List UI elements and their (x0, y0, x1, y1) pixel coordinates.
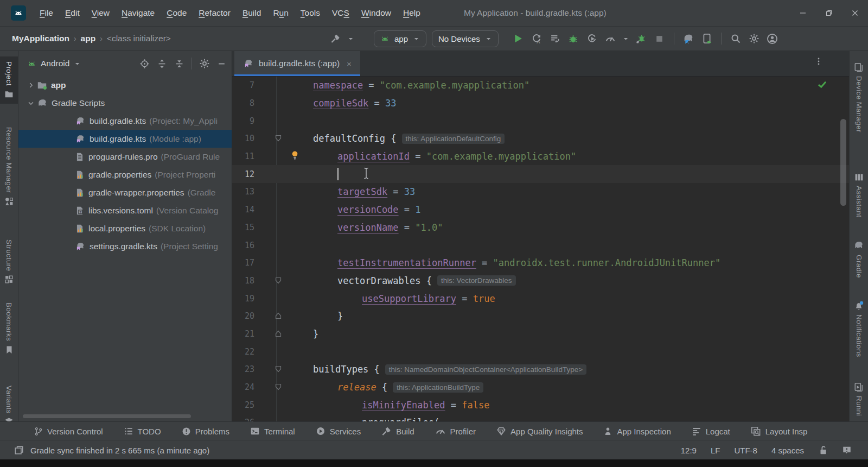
menu-navigate[interactable]: Navigate (116, 8, 161, 18)
toolwindow-button-app-inspection[interactable]: App Inspection (603, 427, 671, 436)
code-line-16[interactable]: 16 (232, 236, 849, 254)
profiler-button[interactable] (604, 32, 617, 45)
code-line-13[interactable]: 13targetSdk = 33 (232, 183, 849, 201)
run-configuration-select[interactable]: app (374, 30, 426, 47)
stop-button[interactable] (653, 32, 666, 45)
tree-item-build-gradle-kts[interactable]: build.gradle.kts(Module :app) (18, 130, 232, 148)
chevron-down-icon[interactable] (25, 99, 37, 107)
attach-debugger-button[interactable] (635, 32, 648, 45)
menu-file[interactable]: File (34, 8, 59, 18)
restore-button[interactable] (816, 0, 842, 26)
file-encoding[interactable]: UTF-8 (734, 446, 757, 455)
toolwindow-button-services[interactable]: Services (316, 426, 361, 436)
code-line-17[interactable]: 17testInstrumentationRunner = "androidx.… (232, 254, 849, 272)
tree-item-build-gradle-kts[interactable]: build.gradle.kts(Project: My_Appli (18, 112, 232, 130)
tree-item-settings-gradle-kts[interactable]: settings.gradle.kts(Project Setting (18, 237, 232, 255)
toolwindow-button-terminal[interactable]: Terminal (250, 426, 295, 436)
code-line-7[interactable]: 7namespace = "com.example.myapplication" (232, 77, 849, 94)
indent-setting[interactable]: 4 spaces (771, 446, 804, 455)
code-area[interactable]: 7namespace = "com.example.myapplication"… (232, 77, 849, 421)
code-line-24[interactable]: 24release {this: ApplicationBuildType (232, 378, 849, 396)
code-line-20[interactable]: 20} (232, 307, 849, 325)
menu-refactor[interactable]: Refactor (193, 8, 237, 18)
fold-marker[interactable] (275, 329, 282, 339)
device-select[interactable]: No Devices (432, 30, 499, 47)
lock-open-icon[interactable] (818, 445, 828, 455)
editor-tab[interactable]: build.gradle.kts (:app) × (234, 51, 360, 76)
fold-marker[interactable] (275, 275, 282, 286)
toolwindow-button-profiler[interactable]: Profiler (435, 426, 476, 437)
code-line-15[interactable]: 15versionName = "1.0" (232, 219, 849, 237)
close-tab-icon[interactable]: × (347, 59, 352, 68)
search-everywhere-button[interactable] (729, 32, 742, 45)
code-line-21[interactable]: 21} (232, 325, 849, 343)
tree-item-gradle-properties[interactable]: gradle.properties(Project Properti (18, 166, 232, 184)
panel-settings-button[interactable] (199, 58, 210, 69)
breadcrumb-item[interactable]: MyApplication (12, 34, 69, 43)
tool-stripe-assistant[interactable]: Assistant (850, 168, 868, 222)
code-line-18[interactable]: 18vectorDrawables {this: VectorDrawables (232, 272, 849, 290)
chevron-down-icon[interactable] (347, 35, 354, 42)
tool-stripe-bookmarks[interactable]: Bookmarks (0, 298, 18, 358)
close-button[interactable] (842, 0, 868, 26)
caret-position[interactable]: 12:9 (681, 446, 697, 455)
menu-help[interactable]: Help (397, 8, 426, 18)
tool-stripe-resource-manager[interactable]: Resource Manager (0, 122, 18, 211)
code-line-8[interactable]: 8compileSdk = 33 (232, 94, 849, 112)
line-ending[interactable]: LF (711, 446, 720, 455)
menu-window[interactable]: Window (355, 8, 397, 18)
tree-item-gradle-scripts[interactable]: Gradle Scripts (18, 94, 232, 112)
toolwindow-button-problems[interactable]: Problems (182, 427, 229, 436)
code-line-25[interactable]: 25isMinifyEnabled = false (232, 396, 849, 414)
breadcrumb-item[interactable]: <class initializer> (107, 34, 171, 43)
tree-item-proguard-rules-pro[interactable]: proguard-rules.pro(ProGuard Rule (18, 148, 232, 166)
tree-item-app[interactable]: app (18, 76, 232, 94)
chevron-right-icon[interactable] (25, 81, 37, 89)
code-line-14[interactable]: 14versionCode = 1 (232, 201, 849, 219)
tool-windows-icon[interactable] (14, 445, 24, 455)
run-button[interactable] (512, 32, 525, 45)
build-hammer-button[interactable] (329, 32, 342, 45)
minimize-button[interactable] (790, 0, 816, 26)
editor-scrollbar[interactable] (840, 119, 846, 206)
chevron-down-icon[interactable] (622, 35, 629, 42)
intention-bulb-icon[interactable] (290, 150, 299, 163)
fold-marker[interactable] (275, 311, 282, 321)
code-line-26[interactable]: 26proguardFiles( (232, 414, 849, 421)
hide-panel-button[interactable] (217, 59, 226, 68)
breadcrumb-item[interactable]: app (81, 34, 96, 43)
toolwindow-button-layout-insp[interactable]: Layout Insp (751, 426, 808, 437)
fold-marker[interactable] (275, 364, 282, 375)
expand-all-button[interactable] (157, 59, 167, 69)
project-view-selector[interactable]: Android (27, 59, 81, 68)
toolwindow-button-app-quality-insights[interactable]: App Quality Insights (496, 426, 583, 436)
toolwindow-button-logcat[interactable]: Logcat (692, 426, 730, 436)
code-line-19[interactable]: 19useSupportLibrary = true (232, 289, 849, 307)
code-line-10[interactable]: 10defaultConfig {this: ApplicationDefaul… (232, 130, 849, 148)
fold-marker[interactable] (275, 133, 282, 144)
menu-run[interactable]: Run (267, 8, 294, 18)
tool-stripe-device-manager[interactable]: Device Manager (850, 58, 868, 137)
device-manager-button[interactable] (700, 32, 713, 45)
apply-code-changes-button[interactable] (548, 32, 561, 45)
tool-stripe-structure[interactable]: Structure (0, 235, 18, 289)
run-with-profiler-button[interactable] (585, 32, 598, 45)
menu-view[interactable]: View (86, 8, 116, 18)
editor-options-kebab-button[interactable] (814, 56, 823, 66)
code-line-12[interactable]: 12 (232, 165, 849, 183)
notification-balloon-icon[interactable] (842, 445, 852, 455)
tool-stripe-runni[interactable]: Runni (850, 377, 868, 421)
locate-file-button[interactable] (139, 59, 150, 69)
menu-edit[interactable]: Edit (59, 8, 86, 18)
code-line-9[interactable]: 9 (232, 112, 849, 130)
fold-marker[interactable] (275, 382, 282, 393)
tool-stripe-notifications[interactable]: Notifications (850, 296, 868, 362)
menu-build[interactable]: Build (237, 8, 267, 18)
toolwindow-button-version-control[interactable]: Version Control (34, 427, 103, 436)
tool-stripe-project[interactable]: Project (0, 56, 18, 104)
menu-tools[interactable]: Tools (295, 8, 326, 18)
debug-button[interactable] (567, 32, 580, 45)
settings-button[interactable] (748, 32, 761, 45)
toolwindow-button-build[interactable]: Build (381, 426, 414, 437)
tool-stripe-gradle[interactable]: Gradle (850, 235, 868, 283)
